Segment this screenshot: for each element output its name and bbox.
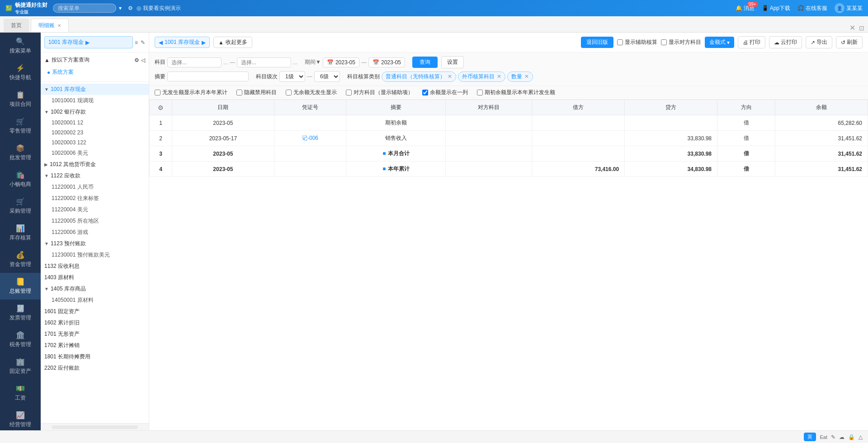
cb-hide-disabled[interactable]: 隐藏禁用科目 xyxy=(236,89,277,96)
voucher-link[interactable]: 记-006 xyxy=(302,135,318,141)
summary-input[interactable] xyxy=(167,71,249,81)
back-old-version-btn[interactable]: 退回旧版 xyxy=(581,37,613,48)
bottom-icon-4[interactable]: △ xyxy=(859,434,863,440)
breadcrumb-tag[interactable]: ◀ 1001 库存现金 ▶ xyxy=(155,37,210,48)
more-btn[interactable]: ▲ 收起更多 xyxy=(213,37,252,48)
cb-balance-one-col[interactable]: 余额显示在一列 xyxy=(422,89,468,96)
cb-balance-one-col-input[interactable] xyxy=(422,90,428,95)
user-area[interactable]: 👤 某某某 xyxy=(835,3,863,13)
cb-contra-subject[interactable]: 对方科目（显示辅助项） xyxy=(346,89,413,96)
table-row[interactable]: 42023-05■本年累计73,416.0034,830.98借31,451.6… xyxy=(150,162,868,177)
sidebar-item-capital[interactable]: 💰 资金管理 xyxy=(0,246,41,273)
period-start-picker[interactable]: 📅 2023-05 xyxy=(323,57,359,67)
subject-input[interactable] xyxy=(167,57,222,67)
bottom-icon-3[interactable]: 🔒 xyxy=(848,434,855,440)
tree-item-11220001[interactable]: 11220001 人民币 xyxy=(41,181,149,193)
tree-item-11220004[interactable]: 11220004 美元 xyxy=(41,204,149,215)
filter-tag-foreign-close[interactable]: ✕ xyxy=(497,73,501,80)
sidebar-item-tax[interactable]: 🏛️ 税务管理 xyxy=(0,326,41,353)
show-contra-checkbox[interactable]: 显示对方科目 xyxy=(661,38,701,46)
query-btn[interactable]: 查询 xyxy=(412,57,438,68)
cb-no-balance[interactable]: 无余额无发生显示 xyxy=(286,89,337,96)
cloud-print-btn[interactable]: ☁ 云打印 xyxy=(769,36,802,48)
list-icon[interactable]: ≡ xyxy=(135,39,138,46)
show-aux-input[interactable] xyxy=(617,39,623,45)
filter-tag-foreign[interactable]: 外币核算科目 ✕ xyxy=(458,71,505,82)
tree-item-10020002[interactable]: 10020002 23 xyxy=(41,128,149,138)
filter-tag-normal-close[interactable]: ✕ xyxy=(448,73,452,80)
level-end-select[interactable]: 6级 xyxy=(314,71,340,82)
col-gear[interactable]: ⚙ xyxy=(150,100,172,115)
filter-settings-btn[interactable]: 设置 xyxy=(441,56,464,68)
cb-contra-subject-input[interactable] xyxy=(346,90,352,95)
refresh-btn[interactable]: ↺ 刷新 xyxy=(836,36,863,48)
tree-item-10020006[interactable]: 10020006 美元 xyxy=(41,148,149,159)
app-download-btn[interactable]: 📱 App下载 xyxy=(762,5,790,12)
show-aux-checkbox[interactable]: 显示辅助核算 xyxy=(617,38,657,46)
filter-tag-quantity-close[interactable]: ✕ xyxy=(524,73,529,80)
search-input[interactable] xyxy=(53,4,116,13)
sidebar-item-invoice[interactable]: 🧾 发票管理 xyxy=(0,300,41,326)
tree-item-1801[interactable]: 1801 长期待摊费用 xyxy=(41,351,149,362)
table-row[interactable]: 32023-05■本月合计33,830.98借31,451.62 xyxy=(150,146,868,162)
sidebar-item-retail[interactable]: 🛒 零售管理 xyxy=(0,113,41,139)
sidebar-item-purchase[interactable]: 🛒 采购管理 xyxy=(0,193,41,219)
cb-no-amount[interactable]: 无发生额显示本月本年累计 xyxy=(155,89,227,96)
tree-item-1001[interactable]: ▼ 1001 库存现金 xyxy=(41,84,149,95)
lang-btn[interactable]: 英 xyxy=(804,433,816,441)
tree-item-1701[interactable]: 1701 无形资产 xyxy=(41,329,149,340)
tree-item-1601[interactable]: 1601 固定资产 xyxy=(41,306,149,317)
tree-item-1403[interactable]: 1403 原材料 xyxy=(41,272,149,283)
sidebar-item-ecommerce[interactable]: 🛍️ 小畅电商 xyxy=(0,166,41,193)
tree-item-10010001[interactable]: 10010001 现调现 xyxy=(41,95,149,106)
sidebar-item-quick-nav[interactable]: ⚡ 快捷导航 xyxy=(0,59,41,86)
filter-tag-normal[interactable]: 普通科目（无特殊核算） ✕ xyxy=(382,71,456,82)
tree-item-11220002[interactable]: 11220002 往来标签 xyxy=(41,193,149,204)
notification-btn[interactable]: 🔔 消息 99+ xyxy=(736,5,755,12)
scheme-item[interactable]: ● 系统方案 xyxy=(44,67,145,78)
print-btn[interactable]: 🖨 打印 xyxy=(738,36,765,48)
sidebar-item-assets[interactable]: 🏢 固定资产 xyxy=(0,353,41,380)
subject-input-2[interactable] xyxy=(237,57,291,67)
tree-item-1123[interactable]: ▼ 1123 预付账款 xyxy=(41,238,149,249)
cb-hide-disabled-input[interactable] xyxy=(236,90,242,95)
cb-period-balance[interactable]: 期初余额显示本年累计发生额 xyxy=(477,89,555,96)
sidebar-item-inventory[interactable]: 📊 库存核算 xyxy=(0,219,41,246)
panel-expand-icon[interactable]: ⊡ xyxy=(859,24,864,32)
level-start-select[interactable]: 1级 xyxy=(279,71,305,82)
tree-item-2202[interactable]: 2202 应付账款 xyxy=(41,362,149,374)
show-contra-input[interactable] xyxy=(661,39,667,45)
tree-item-1702[interactable]: 1702 累计摊销 xyxy=(41,340,149,351)
online-service-btn[interactable]: 🎧 在线客服 xyxy=(797,5,827,12)
sidebar-item-search[interactable]: 🔍 搜索菜单 xyxy=(0,33,41,59)
tree-item-11230001[interactable]: 11230001 预付账款美元 xyxy=(41,249,149,261)
tree-item-1132[interactable]: 1132 应收利息 xyxy=(41,261,149,272)
tree-item-1122[interactable]: ▼ 1122 应收款 xyxy=(41,170,149,181)
tree-item-10020003[interactable]: 10020003 122 xyxy=(41,138,149,148)
table-row[interactable]: 22023-05-17记-006销售收入33,830.98借31,451.62 xyxy=(150,131,868,146)
settings-icon[interactable]: ⚙ xyxy=(128,5,133,11)
tree-item-14050001[interactable]: 14050001 原材料 xyxy=(41,295,149,306)
subject-selector[interactable]: 1001 库存现金 ▶ xyxy=(44,36,133,48)
collapse-icon[interactable]: ◁ xyxy=(141,57,145,63)
tab-home[interactable]: 首页 xyxy=(4,19,29,32)
export-btn[interactable]: ↗ 导出 xyxy=(806,36,832,48)
table-row[interactable]: 12023-05期初余额借65,282.60 xyxy=(150,115,868,131)
demo-link[interactable]: ◎ 我要看实例演示 xyxy=(137,5,181,12)
sidebar-item-operations[interactable]: 📈 经营管理 xyxy=(0,406,41,430)
cb-no-amount-input[interactable] xyxy=(155,90,160,95)
tree-item-1405[interactable]: ▼ 1405 库存商品 xyxy=(41,283,149,295)
tab-ledger[interactable]: 明细账 ✕ xyxy=(31,19,69,32)
bottom-icon-2[interactable]: ☁ xyxy=(839,434,844,440)
sidebar-item-project[interactable]: 📋 项目合同 xyxy=(0,86,41,113)
edit-icon[interactable]: ✎ xyxy=(141,39,145,46)
settings-small-icon[interactable]: ⚙ xyxy=(134,57,139,63)
period-end-picker[interactable]: 📅 2023-05 xyxy=(368,57,405,67)
sidebar-item-payroll[interactable]: 💵 工资 xyxy=(0,380,41,406)
tree-item-10020001[interactable]: 10020001 12 xyxy=(41,118,149,128)
panel-close-icon[interactable]: ✕ xyxy=(849,24,855,32)
gear-col-icon[interactable]: ⚙ xyxy=(158,104,164,111)
cb-no-balance-input[interactable] xyxy=(286,90,292,95)
tab-close-icon[interactable]: ✕ xyxy=(57,23,61,28)
sidebar-item-ledger[interactable]: 📒 总账管理 xyxy=(0,273,41,300)
